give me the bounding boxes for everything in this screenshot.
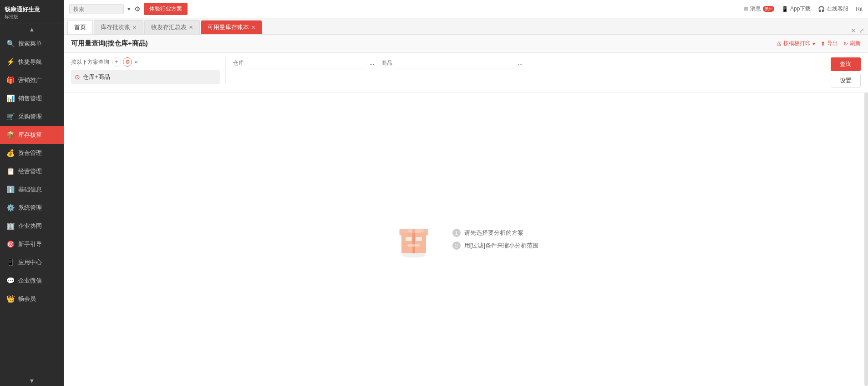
sidebar-item-enterprise[interactable]: 🏢 企业协同 xyxy=(0,217,64,235)
sidebar-item-basic-info[interactable]: ℹ️ 基础信息 xyxy=(0,180,64,199)
industry-btn[interactable]: 体验行业方案 xyxy=(144,3,188,15)
product-field: 商品 ... xyxy=(381,57,523,68)
tab-close-icon[interactable]: ✕ xyxy=(251,25,255,31)
tab-collect-summary[interactable]: 收发存汇总表 ✕ xyxy=(144,20,200,34)
tab-batch-account[interactable]: 库存批次账 ✕ xyxy=(94,20,143,34)
message-btn[interactable]: ✉ 消息 99+ xyxy=(744,5,774,13)
collapse-btn[interactable]: « xyxy=(135,59,138,65)
inventory-icon: 📦 xyxy=(6,131,15,139)
refresh-btn[interactable]: ↻ 刷新 xyxy=(843,40,861,47)
sidebar-item-label: 畅会员 xyxy=(18,295,36,303)
tip-text-2: 用[过滤]条件来缩小分析范围 xyxy=(464,242,538,250)
tab-close-icon[interactable]: ✕ xyxy=(132,25,137,31)
tab-home[interactable]: 首页 xyxy=(67,20,93,34)
box-svg xyxy=(393,216,434,257)
gear-icon[interactable]: ⚙ xyxy=(134,5,140,13)
svg-point-6 xyxy=(407,229,424,233)
sidebar-item-member[interactable]: 👑 畅会员 xyxy=(0,290,64,308)
filter-row: 仓库 ... 商品 ... xyxy=(233,57,818,68)
user-menu[interactable]: Rit xyxy=(856,6,863,12)
query-btn[interactable]: 查询 xyxy=(831,57,861,71)
sidebar-item-label: 销售管理 xyxy=(18,94,42,103)
export-btn[interactable]: ⬆ 导出 xyxy=(821,40,838,47)
settings-scheme-btn[interactable]: ⚙ xyxy=(123,57,132,67)
sidebar-item-label: 应用中心 xyxy=(18,258,42,267)
sidebar-item-purchase[interactable]: 🛒 采购管理 xyxy=(0,108,64,126)
warehouse-input[interactable] xyxy=(248,57,366,68)
sidebar-item-quick-nav[interactable]: ⚡ 快捷导航 xyxy=(0,53,64,71)
filter-actions: 查询 设置 xyxy=(825,57,861,87)
filter-section-label: 按以下方案查询 + ⚙ « xyxy=(71,57,220,67)
filter-label-actions: + ⚙ xyxy=(112,57,132,67)
sidebar-item-search[interactable]: 🔍 搜索菜单 xyxy=(0,35,64,53)
warehouse-field: 仓库 ... xyxy=(233,57,374,68)
tab-label: 首页 xyxy=(74,23,86,31)
basic-info-icon: ℹ️ xyxy=(6,185,15,194)
refresh-label: 刷新 xyxy=(850,40,861,47)
sidebar-item-operations[interactable]: 📋 经营管理 xyxy=(0,162,64,180)
scheme-label: 仓库+商品 xyxy=(83,73,110,81)
scroll-up-btn[interactable]: ▲ xyxy=(0,24,64,35)
sidebar-item-label: 经营管理 xyxy=(18,167,42,175)
refresh-icon: ↻ xyxy=(843,41,848,47)
close-tab-btn[interactable]: ✕ xyxy=(851,27,856,34)
sidebar-item-finance[interactable]: 💰 资金管理 xyxy=(0,144,64,162)
sidebar-item-inventory[interactable]: 📦 库存核算 xyxy=(0,126,64,144)
product-more-btn[interactable]: ... xyxy=(518,60,523,66)
empty-illustration xyxy=(393,216,439,262)
headset-icon: 🎧 xyxy=(818,6,825,12)
sidebar-item-label: 企业微信 xyxy=(18,277,42,285)
topbar-right: ✉ 消息 99+ 📱 App下载 🎧 在线客服 Rit xyxy=(744,5,863,13)
sidebar-item-label: 资金管理 xyxy=(18,149,42,157)
tab-available-qty[interactable]: 可用量库存账本 ✕ xyxy=(201,20,262,34)
newbie-icon: 🎯 xyxy=(6,240,15,248)
system-icon: ⚙️ xyxy=(6,204,15,212)
sidebar-item-system[interactable]: ⚙️ 系统管理 xyxy=(0,199,64,217)
finance-icon: 💰 xyxy=(6,149,15,157)
sidebar-item-label: 基础信息 xyxy=(18,185,42,194)
export-icon: ⬆ xyxy=(821,41,825,47)
tab-close-icon[interactable]: ✕ xyxy=(189,25,193,31)
app-center-icon: 📱 xyxy=(6,258,15,267)
app-version: 标准版 xyxy=(5,14,59,20)
sidebar-item-label: 营销推广 xyxy=(18,76,42,84)
filter-schemes: 按以下方案查询 + ⚙ « ⊙ 仓库+商品 xyxy=(71,57,226,84)
add-scheme-btn[interactable]: + xyxy=(112,57,121,67)
content-area: 1 请先选择要分析的方案 2 用[过滤]条件来缩小分析范围 xyxy=(64,93,868,386)
app-download-btn[interactable]: 📱 App下载 xyxy=(782,5,811,13)
print-btn[interactable]: 🖨 按模板打印 ▾ xyxy=(776,40,815,47)
tip-item-1: 1 请先选择要分析的方案 xyxy=(452,229,538,237)
msg-badge: 99+ xyxy=(763,6,774,12)
sidebar-item-marketing[interactable]: 🎁 营销推广 xyxy=(0,71,64,89)
search-input[interactable] xyxy=(69,4,124,14)
username: Rit xyxy=(856,6,863,12)
right-scrollbar[interactable] xyxy=(864,93,868,386)
dropdown-arrow-icon: ▾ xyxy=(127,5,131,12)
expand-tabs-btn[interactable]: ⤢ xyxy=(859,27,864,34)
sidebar-item-label: 新手引导 xyxy=(18,240,42,248)
mobile-icon: 📱 xyxy=(782,6,788,12)
sidebar-item-newbie[interactable]: 🎯 新手引导 xyxy=(0,235,64,253)
warehouse-more-btn[interactable]: ... xyxy=(370,60,374,66)
sidebar-nav: 🔍 搜索菜单 ⚡ 快捷导航 🎁 营销推广 📊 销售管理 🛒 采购管理 📦 库存核… xyxy=(0,35,64,376)
sidebar-item-label: 库存核算 xyxy=(18,131,42,139)
sales-icon: 📊 xyxy=(6,94,15,103)
tab-label: 库存批次账 xyxy=(101,23,130,31)
online-service-btn[interactable]: 🎧 在线客服 xyxy=(818,5,848,13)
marketing-icon: 🎁 xyxy=(6,76,15,84)
sidebar-item-label: 搜索菜单 xyxy=(18,40,42,48)
settings-btn[interactable]: 设置 xyxy=(831,74,861,87)
product-input[interactable] xyxy=(396,57,514,68)
sidebar-item-wechat[interactable]: 💬 企业微信 xyxy=(0,272,64,290)
scroll-down-btn[interactable]: ▼ xyxy=(0,376,64,386)
topbar-dropdown[interactable]: ▾ xyxy=(127,5,131,12)
message-icon: ✉ xyxy=(744,6,748,12)
empty-tips: 1 请先选择要分析的方案 2 用[过滤]条件来缩小分析范围 xyxy=(452,229,538,250)
sidebar-item-app-center[interactable]: 📱 应用中心 xyxy=(0,253,64,272)
quick-nav-icon: ⚡ xyxy=(6,58,15,66)
scheme-item-warehouse-product[interactable]: ⊙ 仓库+商品 xyxy=(71,70,220,84)
sidebar-item-sales[interactable]: 📊 销售管理 xyxy=(0,89,64,108)
app-download-label: App下载 xyxy=(790,5,811,13)
svg-rect-4 xyxy=(416,237,422,241)
product-label: 商品 xyxy=(381,59,392,67)
